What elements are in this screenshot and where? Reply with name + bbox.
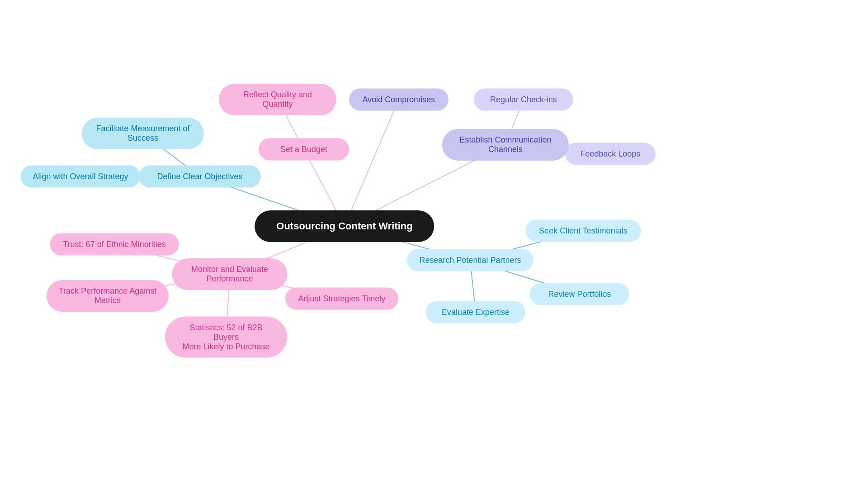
define-objectives-node[interactable]: Define Clear Objectives (139, 166, 261, 188)
evaluate-expertise-node[interactable]: Evaluate Expertise (426, 301, 525, 323)
regular-checkins-node[interactable]: Regular Check-ins (474, 89, 573, 111)
feedback-loops-node[interactable]: Feedback Loops (565, 143, 656, 165)
reflect-quality-node[interactable]: Reflect Quality and Quantity (219, 84, 336, 115)
review-portfolios-node[interactable]: Review Portfolios (530, 283, 629, 305)
facilitate-measurement-node[interactable]: Facilitate Measurement of Success (82, 118, 204, 149)
establish-comm-node[interactable]: Establish Communication Channels (442, 129, 569, 161)
adjust-strategies-node[interactable]: Adjust Strategies Timely (285, 288, 398, 310)
monitor-evaluate-node[interactable]: Monitor and Evaluate Performance (172, 258, 288, 290)
align-strategy-node[interactable]: Align with Overall Strategy (21, 166, 141, 188)
set-budget-node[interactable]: Set a Budget (259, 138, 349, 161)
seek-testimonials-node[interactable]: Seek Client Testimonials (526, 220, 641, 242)
track-performance-node[interactable]: Track Performance Against Metrics (47, 280, 169, 312)
svg-line-2 (344, 100, 399, 226)
center-node[interactable]: Outsourcing Content Writing (255, 210, 434, 242)
avoid-compromises-node[interactable]: Avoid Compromises (349, 89, 448, 111)
statistics-node[interactable]: Statistics: 52 of B2B Buyers More Likely… (165, 317, 287, 358)
research-partners-node[interactable]: Research Potential Partners (407, 249, 533, 271)
trust-ethnic-node[interactable]: Trust: 67 of Ethnic Minorities (50, 233, 179, 256)
